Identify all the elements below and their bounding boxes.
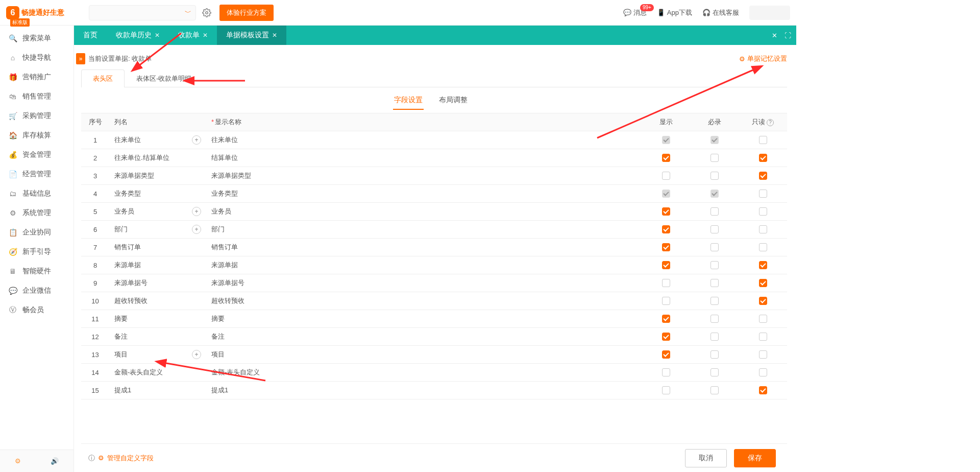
cell-display[interactable]: 提成1 — [206, 382, 642, 399]
cell-display[interactable]: 来源单据类型 — [206, 167, 642, 185]
cell-display[interactable]: 摘要 — [206, 310, 642, 328]
tab[interactable]: 收款单✕ — [169, 26, 217, 45]
checkbox[interactable] — [759, 386, 767, 394]
sidebar-item[interactable]: 🛍销售管理 — [0, 87, 74, 106]
checkbox[interactable] — [710, 261, 719, 269]
checkbox[interactable] — [662, 333, 670, 341]
checkbox[interactable] — [759, 172, 767, 180]
sub-tab[interactable]: 布局调整 — [438, 93, 469, 110]
checkbox[interactable] — [710, 154, 719, 162]
checkbox[interactable] — [710, 315, 719, 323]
checkbox[interactable] — [759, 136, 767, 144]
checkbox[interactable] — [759, 261, 767, 269]
fullscreen-icon[interactable]: ⛶ — [785, 32, 791, 39]
checkbox[interactable] — [662, 297, 670, 305]
checkbox[interactable] — [710, 225, 719, 233]
checkbox[interactable] — [662, 261, 670, 269]
cancel-button[interactable]: 取消 — [685, 449, 727, 467]
cell-display[interactable]: 来源单据号 — [206, 274, 642, 292]
plus-icon[interactable]: + — [192, 350, 201, 359]
checkbox[interactable] — [710, 279, 719, 287]
gear-icon[interactable]: ⚙ — [15, 457, 21, 465]
cell-display[interactable]: 往来单位 — [206, 131, 642, 149]
checkbox[interactable] — [662, 368, 670, 376]
plus-icon[interactable]: + — [192, 207, 201, 216]
area-tab[interactable]: 表头区 — [81, 69, 125, 87]
cell-display[interactable]: 金额-表头自定义 — [206, 364, 642, 382]
cell-display[interactable]: 项目 — [206, 346, 642, 364]
cell-display[interactable]: 业务类型 — [206, 185, 642, 203]
save-button[interactable]: 保存 — [734, 449, 776, 467]
sidebar-item[interactable]: 🧭新手引导 — [0, 242, 74, 262]
sidebar-item[interactable]: 🏠库存核算 — [0, 126, 74, 145]
manage-custom-fields-link[interactable]: ⓘ ⚙ 管理自定义字段 — [88, 454, 154, 463]
checkbox[interactable] — [662, 279, 670, 287]
cell-display[interactable]: 来源单据 — [206, 256, 642, 274]
tab[interactable]: 单据模板设置✕ — [217, 26, 286, 45]
checkbox[interactable] — [710, 207, 719, 216]
checkbox[interactable] — [710, 350, 719, 359]
checkbox[interactable] — [759, 333, 767, 341]
online-cs-link[interactable]: 🎧 在线客服 — [702, 8, 739, 17]
area-tab[interactable]: 表体区-收款单明细 — [125, 69, 203, 87]
sidebar-item[interactable]: 💬企业微信 — [0, 281, 74, 300]
checkbox[interactable] — [662, 172, 670, 180]
checkbox[interactable] — [710, 243, 719, 251]
checkbox[interactable] — [759, 207, 767, 216]
plus-icon[interactable]: + — [192, 225, 201, 234]
sidebar-item[interactable]: Ⓥ畅会员 — [0, 300, 74, 320]
checkbox[interactable] — [662, 386, 670, 394]
help-icon[interactable]: ? — [767, 119, 774, 126]
checkbox[interactable] — [710, 297, 719, 305]
sidebar-item[interactable]: 🖥智能硬件 — [0, 262, 74, 281]
org-select[interactable]: ﹀ — [89, 5, 196, 20]
sub-tab[interactable]: 字段设置 — [393, 93, 424, 110]
cell-display[interactable]: 超收转预收 — [206, 292, 642, 310]
checkbox[interactable] — [759, 225, 767, 233]
tab[interactable]: 首页 — [74, 26, 107, 45]
cell-display[interactable]: 部门 — [206, 221, 642, 239]
cell-display[interactable]: 备注 — [206, 328, 642, 346]
app-download-link[interactable]: 📱 App下载 — [657, 8, 692, 17]
messages-link[interactable]: 💬 消息 99+ — [623, 8, 647, 17]
cell-display[interactable]: 业务员 — [206, 203, 642, 221]
memory-config-link[interactable]: ⚙ 单据记忆设置 — [739, 54, 787, 63]
sidebar-item[interactable]: 📋企业协同 — [0, 223, 74, 242]
sidebar-item[interactable]: ⌂快捷导航 — [0, 48, 74, 67]
checkbox[interactable] — [710, 333, 719, 341]
checkbox[interactable] — [759, 154, 767, 162]
checkbox[interactable] — [759, 297, 767, 305]
checkbox[interactable] — [759, 279, 767, 287]
tab[interactable]: 收款单历史✕ — [107, 26, 169, 45]
sidebar-item[interactable]: ⚙系统管理 — [0, 203, 74, 223]
collapse-panel-handle[interactable]: » — [76, 53, 85, 64]
sound-icon[interactable]: 🔊 — [51, 457, 59, 465]
plus-icon[interactable]: + — [192, 135, 201, 145]
checkbox[interactable] — [759, 350, 767, 359]
checkbox[interactable] — [710, 368, 719, 376]
user-avatar[interactable] — [749, 6, 790, 20]
sidebar-item[interactable]: 🗂基础信息 — [0, 184, 74, 203]
sidebar-item[interactable]: 🔍搜索菜单 — [0, 29, 74, 48]
settings-icon[interactable] — [200, 6, 213, 19]
checkbox[interactable] — [662, 243, 670, 251]
close-icon[interactable]: ✕ — [272, 32, 277, 39]
close-icon[interactable]: ✕ — [203, 32, 208, 39]
checkbox[interactable] — [662, 315, 670, 323]
sidebar-item[interactable]: 🛒采购管理 — [0, 106, 74, 126]
sidebar-item[interactable]: 🎁营销推广 — [0, 67, 74, 87]
try-industry-button[interactable]: 体验行业方案 — [219, 5, 274, 21]
cell-display[interactable]: 结算单位 — [206, 149, 642, 167]
checkbox[interactable] — [759, 315, 767, 323]
checkbox[interactable] — [759, 243, 767, 251]
checkbox[interactable] — [710, 386, 719, 394]
sidebar-item[interactable]: 💰资金管理 — [0, 145, 74, 164]
sidebar-item[interactable]: 📄经营管理 — [0, 164, 74, 184]
close-icon[interactable]: ✕ — [155, 32, 160, 39]
checkbox[interactable] — [662, 154, 670, 162]
checkbox[interactable] — [662, 207, 670, 216]
cell-display[interactable]: 销售订单 — [206, 239, 642, 256]
checkbox[interactable] — [710, 172, 719, 180]
checkbox[interactable] — [759, 190, 767, 198]
checkbox[interactable] — [662, 350, 670, 359]
